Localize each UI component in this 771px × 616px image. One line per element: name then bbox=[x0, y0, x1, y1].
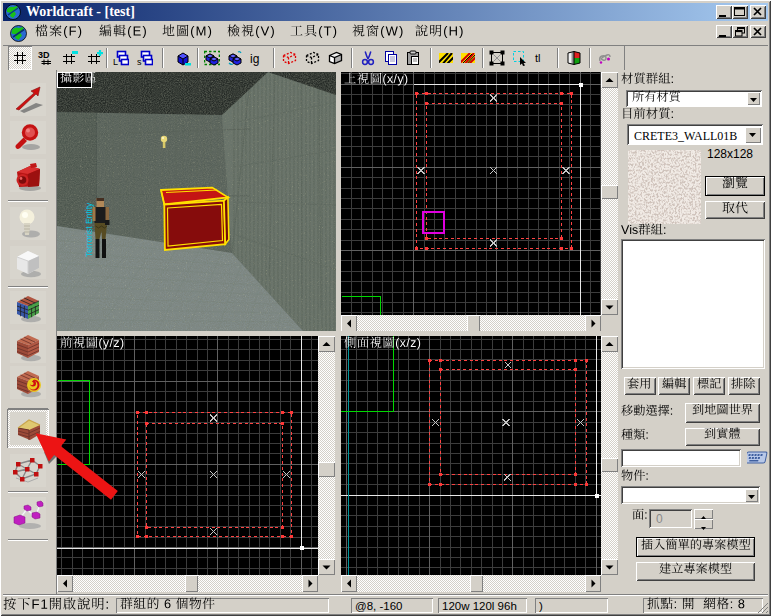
svg-text:ig: ig bbox=[250, 52, 259, 66]
svg-text:tl: tl bbox=[535, 52, 541, 64]
